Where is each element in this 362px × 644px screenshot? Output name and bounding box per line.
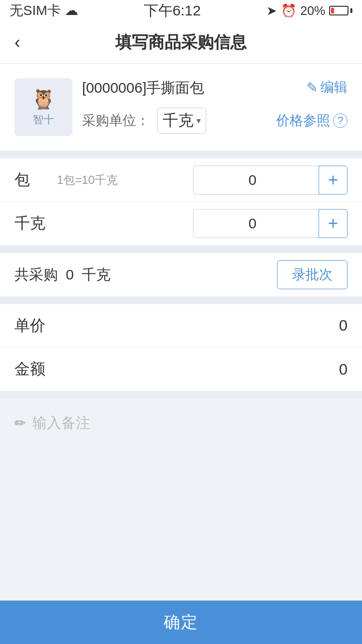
battery-indicator <box>329 6 352 15</box>
product-card: 🦉 智十 [0000006]手撕面包 ✎ 编辑 采购单位： 千克 ▾ <box>0 64 362 151</box>
price-section: 单价 0 金额 0 <box>0 304 362 391</box>
unit-price-row: 单价 0 <box>0 304 362 348</box>
confirm-button[interactable]: 确定 <box>0 601 362 644</box>
product-thumb-text: 智十 <box>33 112 54 127</box>
bao-plus-button[interactable]: + <box>319 166 348 195</box>
kg-plus-button[interactable]: + <box>319 209 348 238</box>
pencil-icon: ✏ <box>14 415 26 431</box>
product-thumbnail: 🦉 智十 <box>14 78 72 136</box>
help-icon: ? <box>333 113 348 128</box>
sim-status: 无SIM卡 ☁ <box>10 1 78 20</box>
edit-button[interactable]: ✎ 编辑 <box>306 78 348 97</box>
divider-1 <box>0 151 362 158</box>
unit-price-value: 0 <box>339 317 348 335</box>
amount-label: 金额 <box>14 359 45 380</box>
price-ref-button[interactable]: 价格参照 ? <box>276 112 348 130</box>
product-owl-icon: 🦉 <box>31 88 56 111</box>
summary-section: 共采购 0 千克 录批次 <box>0 253 362 296</box>
divider-2 <box>0 245 362 253</box>
amount-value: 0 <box>339 361 348 378</box>
bao-input-wrapper: + <box>118 166 348 195</box>
notes-placeholder: 输入备注 <box>32 413 90 433</box>
status-left: 无SIM卡 ☁ <box>10 1 78 20</box>
status-bar: 无SIM卡 ☁ 下午6:12 ➤ ⏰ 20% <box>0 0 362 21</box>
summary-text: 共采购 0 千克 <box>14 265 111 285</box>
summary-row: 共采购 0 千克 录批次 <box>14 253 348 296</box>
unit-price-label: 单价 <box>14 315 45 336</box>
amount-row: 金额 0 <box>0 348 362 391</box>
back-button[interactable]: ‹ <box>14 28 25 57</box>
kg-input-row: 千克 + <box>0 202 362 245</box>
unit-value: 千克 <box>163 110 194 131</box>
kg-input[interactable] <box>193 209 319 238</box>
bao-label: 包 <box>14 169 53 191</box>
bao-input[interactable] <box>193 166 319 195</box>
product-info: [0000006]手撕面包 ✎ 编辑 采购单位： 千克 ▾ 价格参照 ? <box>82 78 348 134</box>
input-section: 包 1包=10千克 + 千克 + <box>0 158 362 245</box>
dropdown-arrow-icon: ▾ <box>196 115 201 126</box>
kg-label: 千克 <box>14 213 53 234</box>
divider-3 <box>0 296 362 304</box>
record-batch-button[interactable]: 录批次 <box>277 260 348 289</box>
location-icon: ➤ <box>266 3 277 18</box>
divider-4 <box>0 391 362 399</box>
bao-input-row: 包 1包=10千克 + <box>0 158 362 202</box>
status-time: 下午6:12 <box>144 1 201 21</box>
nav-bar: ‹ 填写商品采购信息 <box>0 21 362 64</box>
page-title: 填写商品采购信息 <box>115 31 247 54</box>
status-right: ➤ ⏰ 20% <box>266 3 352 18</box>
alarm-icon: ⏰ <box>281 3 296 18</box>
product-meta: 采购单位： 千克 ▾ <box>82 108 206 134</box>
edit-icon: ✎ <box>306 80 318 96</box>
product-name: [0000006]手撕面包 <box>82 78 204 98</box>
summary-value: 0 <box>66 266 74 282</box>
unit-label: 采购单位： <box>82 112 150 130</box>
battery-percent: 20% <box>300 3 325 18</box>
unit-dropdown[interactable]: 千克 ▾ <box>157 108 206 134</box>
bao-sublabel: 1包=10千克 <box>57 172 118 188</box>
kg-input-wrapper: + <box>53 209 348 238</box>
notes-section[interactable]: ✏ 输入备注 <box>0 399 362 448</box>
